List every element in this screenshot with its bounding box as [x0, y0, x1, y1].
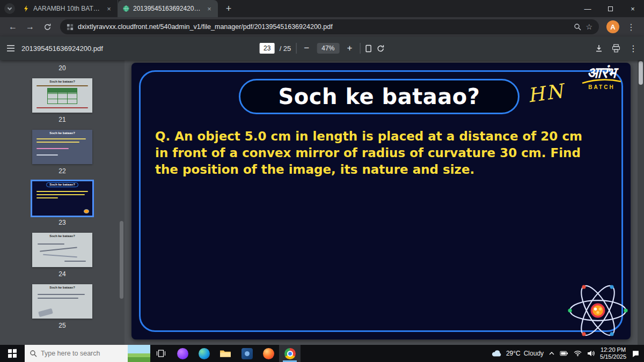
search-icon — [30, 350, 37, 357]
thumb-art — [36, 194, 85, 195]
thumb-art — [36, 197, 58, 198]
thumb-art — [36, 148, 69, 149]
page-thumbnail-21[interactable]: Soch ke bataao? — [32, 78, 92, 113]
page-label: 25 — [58, 322, 65, 329]
tab-aarambh-batch[interactable]: AARAMBH 10th BATCH 25-26 × — [18, 0, 118, 17]
globe-favicon-icon — [122, 5, 130, 12]
lightning-favicon-icon — [23, 5, 30, 12]
battery-icon[interactable] — [560, 351, 568, 356]
start-button[interactable] — [0, 345, 25, 362]
news-interest-widget[interactable] — [128, 345, 150, 362]
thumb-art — [36, 191, 88, 192]
new-tab-button[interactable]: + — [221, 1, 236, 16]
thumb-art — [47, 88, 77, 104]
thumb-art — [36, 154, 58, 156]
task-view-button[interactable] — [150, 345, 172, 362]
main-scrollbar-thumb[interactable] — [639, 61, 643, 85]
page-label: 23 — [58, 219, 65, 226]
download-icon[interactable] — [595, 44, 603, 53]
tab-list-chevron-icon[interactable] — [4, 3, 15, 14]
weather-widget[interactable]: 29°C Cloudy — [491, 350, 544, 357]
folder-icon — [219, 349, 231, 358]
thumb-art — [36, 85, 88, 86]
page-viewport: Soch ke bataao? HN आरंभ BATCH Q. An obje… — [125, 60, 638, 345]
pdf-page-controls: / 25 − 47% + — [260, 43, 385, 54]
zoom-indicator-icon[interactable] — [574, 23, 581, 31]
tab-pdf[interactable]: 201395451636924200.pdf × — [118, 0, 218, 17]
app-icon-edge[interactable] — [193, 345, 215, 362]
minimize-button[interactable]: — — [576, 0, 599, 17]
hidden-icons-chevron-icon[interactable] — [549, 352, 554, 355]
zoom-out-button[interactable]: − — [301, 43, 312, 54]
thumb-art — [38, 243, 64, 245]
sidebar-scrollbar-thumb[interactable] — [120, 221, 123, 299]
page-thumbnail-25[interactable]: Soch ke bataao? — [32, 284, 92, 319]
rotate-button[interactable] — [376, 45, 384, 53]
thumb-title: Soch ke bataao? — [32, 286, 92, 289]
pdf-menu-icon[interactable]: ⋮ — [629, 43, 638, 54]
page-thumbnail-24[interactable]: Soch ke bataao? — [32, 233, 92, 267]
print-icon[interactable] — [612, 44, 620, 53]
browser-menu-icon[interactable]: ⋮ — [624, 19, 639, 34]
firefox-icon — [263, 348, 274, 359]
pdf-toolbar: 201395451636924200.pdf / 25 − 47% + ⋮ — [0, 36, 644, 60]
thumb-art — [40, 247, 77, 252]
app-icon-photos[interactable] — [172, 345, 193, 362]
omnibox[interactable]: dxixtlyravvxx.cloudfront.net/540admin_v1… — [60, 19, 599, 34]
page-number-input[interactable] — [260, 43, 275, 54]
close-button[interactable]: × — [621, 0, 644, 17]
bookmark-star-icon[interactable]: ☆ — [586, 23, 592, 31]
app-icon-blue[interactable] — [236, 345, 258, 362]
app-icon-chrome-active[interactable] — [279, 345, 301, 362]
url-text: dxixtlyravvxx.cloudfront.net/540admin_v1… — [78, 23, 569, 31]
chevron-down-icon — [8, 5, 12, 10]
app-icon-file-explorer[interactable] — [215, 345, 236, 362]
zoom-in-button[interactable]: + — [344, 43, 355, 54]
page-total: / 25 — [280, 45, 291, 53]
tab-strip: AARAMBH 10th BATCH 25-26 × 2013954516369… — [0, 0, 644, 17]
cloud-icon — [491, 350, 503, 357]
tab-close-icon[interactable]: × — [205, 4, 214, 13]
tab-close-icon[interactable]: × — [105, 4, 113, 13]
thumb-art — [38, 294, 85, 295]
maximize-button[interactable] — [599, 0, 621, 17]
wifi-icon[interactable] — [574, 350, 582, 357]
back-button[interactable]: ← — [5, 19, 20, 34]
thumb-title: Soch ke bataao? — [32, 80, 92, 83]
taskbar-clock[interactable]: 12:20 PM 5/15/2025 — [600, 346, 626, 360]
reload-button[interactable] — [40, 19, 55, 34]
thumb-title: Soch ke bataao? — [32, 234, 92, 238]
weather-temp: 29°C — [506, 350, 521, 357]
page-thumbnail-22[interactable]: Soch ke bataao? — [32, 130, 92, 164]
volume-icon[interactable] — [587, 350, 595, 357]
zoom-level: 47% — [317, 43, 339, 54]
app-icon-firefox[interactable] — [258, 345, 279, 362]
main-scrollbar[interactable] — [638, 60, 644, 345]
blue-app-icon — [241, 348, 253, 359]
date-text: 5/15/2025 — [600, 353, 626, 360]
action-center-icon[interactable] — [632, 350, 640, 358]
taskbar-search-box[interactable] — [25, 345, 128, 362]
page-thumbnail-23-selected[interactable]: Soch ke bataao? — [32, 181, 92, 216]
forward-button[interactable]: → — [23, 19, 38, 34]
site-permissions-icon[interactable] — [67, 24, 74, 31]
thumb-title: Soch ke bataao? — [32, 183, 92, 186]
window-controls: — × — [576, 0, 644, 17]
tab-title: AARAMBH 10th BATCH 25-26 — [33, 5, 101, 12]
pdf-action-buttons: ⋮ — [595, 43, 638, 54]
sidebar-toggle-icon[interactable] — [6, 45, 15, 52]
thumb-art — [36, 142, 79, 143]
question-text: Q. An object 5.0 cm in length is placed … — [155, 128, 595, 178]
profile-avatar[interactable]: A — [606, 20, 619, 33]
edge-icon — [199, 348, 210, 359]
weather-condition: Cloudy — [524, 350, 544, 357]
logo-subtext: BATCH — [580, 84, 623, 90]
search-input[interactable] — [41, 350, 119, 357]
windows-logo-icon — [8, 349, 17, 358]
thumb-art — [36, 107, 88, 108]
address-bar: ← → dxixtlyravvxx.cloudfront.net/540admi… — [0, 17, 644, 36]
fit-page-button[interactable] — [365, 45, 371, 53]
slide-title-pill: Soch ke bataao? — [239, 79, 519, 114]
chrome-icon — [284, 348, 296, 359]
thumb-art — [43, 254, 77, 257]
